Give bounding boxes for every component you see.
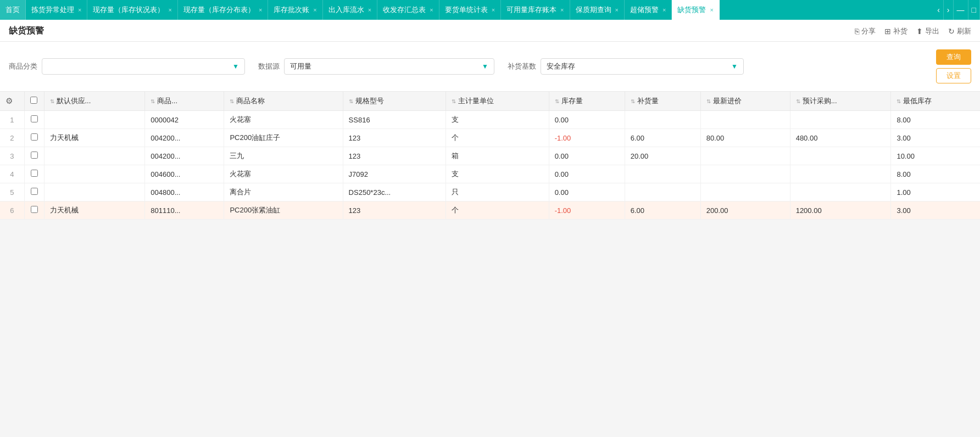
close-icon[interactable]: × — [313, 7, 316, 13]
tab-batch-account[interactable]: 库存批次账 × — [268, 0, 322, 20]
row-unit: 箱 — [446, 147, 549, 165]
row-product-code: 801110... — [145, 201, 224, 220]
row-supplier — [44, 147, 145, 165]
row-checkbox-cell — [24, 165, 44, 183]
tab-shortage-warning[interactable]: 缺货预警 × — [672, 0, 719, 20]
close-icon[interactable]: × — [662, 7, 666, 13]
row-checkbox-cell — [24, 183, 44, 201]
row-checkbox-cell — [24, 129, 44, 147]
row-stock: -1.00 — [549, 129, 625, 147]
close-icon[interactable]: × — [368, 7, 371, 13]
row-product-code: 004600... — [145, 165, 224, 183]
row-settings-cell: 6 — [0, 201, 24, 220]
row-settings-cell: 3 — [0, 147, 24, 165]
nav-minimize[interactable]: — — [954, 0, 968, 20]
row-latest-price — [700, 147, 790, 165]
row-estimated-purchase — [790, 147, 891, 165]
row-latest-price: 200.00 — [700, 201, 790, 220]
row-spec: SS816 — [343, 111, 446, 129]
tab-recv-send-summary[interactable]: 收发存汇总表 × — [377, 0, 439, 20]
share-button[interactable]: ⎘ 分享 — [855, 26, 876, 36]
row-checkbox[interactable] — [31, 115, 38, 122]
query-buttons: 查询 设置 — [936, 49, 971, 83]
row-min-stock: 10.00 — [891, 147, 980, 165]
tab-inventory-status[interactable]: 现存量（库存状况表） × — [87, 0, 177, 20]
close-icon[interactable]: × — [492, 7, 495, 13]
sort-icon[interactable]: ⇅ — [349, 98, 353, 104]
close-icon[interactable]: × — [168, 7, 171, 13]
export-button[interactable]: ⬆ 导出 — [916, 26, 939, 36]
sort-icon[interactable]: ⇅ — [631, 98, 635, 104]
query-button[interactable]: 查询 — [936, 49, 971, 65]
col-product-name: ⇅ 商品名称 — [224, 92, 343, 111]
sort-icon[interactable]: ⇅ — [555, 98, 559, 104]
row-min-stock: 3.00 — [891, 129, 980, 147]
col-supplier: ⇅ 默认供应... — [44, 92, 145, 111]
row-checkbox[interactable] — [31, 188, 38, 195]
sort-icon[interactable]: ⇅ — [50, 98, 54, 104]
tab-available-ledger[interactable]: 可用量库存账本 × — [501, 0, 570, 20]
tab-inout-flow[interactable]: 出入库流水 × — [323, 0, 377, 20]
col-latest-price: ⇅ 最新进价 — [700, 92, 790, 111]
sort-icon[interactable]: ⇅ — [897, 98, 901, 104]
row-estimated-purchase — [790, 183, 891, 201]
nav-arrows: ‹ › — □ — [934, 0, 980, 20]
tab-expiry-query[interactable]: 保质期查询 × — [570, 0, 625, 20]
nav-right-arrow[interactable]: › — [944, 0, 954, 20]
row-checkbox[interactable] — [31, 152, 38, 159]
replenish-button[interactable]: ⊞ 补货 — [884, 26, 907, 36]
tab-picking-exception[interactable]: 拣货异常处理 × — [26, 0, 87, 20]
close-icon[interactable]: × — [560, 7, 564, 13]
row-supplier — [44, 165, 145, 183]
nav-left-arrow[interactable]: ‹ — [934, 0, 944, 20]
row-checkbox[interactable] — [31, 170, 38, 177]
close-icon[interactable]: × — [259, 7, 262, 13]
row-settings-cell: 1 — [0, 111, 24, 129]
replenish-label: 补货基数 — [508, 61, 536, 71]
settings-icon[interactable]: ⚙ — [5, 96, 13, 105]
nav-maximize[interactable]: □ — [968, 0, 980, 20]
sort-icon[interactable]: ⇅ — [796, 98, 800, 104]
sort-icon[interactable]: ⇅ — [452, 98, 456, 104]
row-product-code: 004800... — [145, 183, 224, 201]
close-icon[interactable]: × — [710, 7, 713, 13]
datasource-select[interactable]: 可用量 ▼ — [284, 58, 494, 75]
close-icon[interactable]: × — [78, 7, 81, 13]
close-icon[interactable]: × — [615, 7, 619, 13]
chevron-down-icon: ▼ — [232, 63, 239, 70]
tab-home[interactable]: 首页 — [0, 0, 26, 20]
row-unit: 支 — [446, 165, 549, 183]
settings-button[interactable]: 设置 — [936, 68, 971, 83]
row-checkbox[interactable] — [31, 206, 38, 213]
row-stock: 0.00 — [549, 147, 625, 165]
row-stock: 0.00 — [549, 183, 625, 201]
row-min-stock: 1.00 — [891, 183, 980, 201]
refresh-button[interactable]: ↻ 刷新 — [948, 26, 971, 36]
table-row: 2 力天机械 004200... PC200油缸庄子 123 个 -1.00 6… — [0, 129, 980, 147]
row-spec: 123 — [343, 129, 446, 147]
select-all-checkbox[interactable] — [30, 97, 37, 104]
row-supplier: 力天机械 — [44, 201, 145, 220]
row-min-stock: 8.00 — [891, 165, 980, 183]
replenish-filter-group: 补货基数 安全库存 ▼ — [508, 58, 744, 75]
replenish-select[interactable]: 安全库存 ▼ — [541, 58, 744, 75]
row-product-name: 三九 — [224, 147, 343, 165]
table-header-row: ⚙ ⇅ 默认供应... ⇅ 商品... — [0, 92, 980, 111]
chevron-down-icon: ▼ — [482, 63, 488, 70]
tab-overstock-warning[interactable]: 超储预警 × — [625, 0, 672, 20]
datasource-label: 数据源 — [258, 61, 280, 71]
row-replenish-qty: 6.00 — [625, 129, 700, 147]
sort-icon[interactable]: ⇅ — [230, 98, 234, 104]
sort-icon[interactable]: ⇅ — [151, 98, 155, 104]
row-checkbox[interactable] — [31, 133, 38, 141]
close-icon[interactable]: × — [430, 7, 433, 13]
category-select[interactable]: ▼ — [42, 58, 245, 75]
row-replenish-qty: 6.00 — [625, 201, 700, 220]
row-estimated-purchase: 480.00 — [790, 129, 891, 147]
row-product-code: 004200... — [145, 129, 224, 147]
tab-requisition-stat[interactable]: 要货单统计表 × — [439, 0, 501, 20]
tab-inventory-distribution[interactable]: 现存量（库存分布表） × — [178, 0, 268, 20]
share-icon: ⎘ — [855, 27, 859, 36]
sort-icon[interactable]: ⇅ — [706, 98, 711, 104]
row-supplier: 力天机械 — [44, 129, 145, 147]
